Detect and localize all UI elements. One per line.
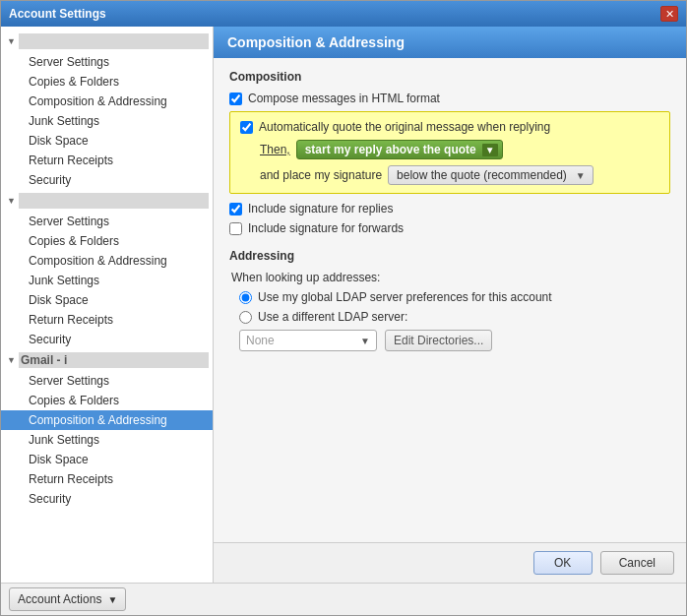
- account-actions-arrow-icon: ▼: [107, 594, 117, 605]
- sidebar-item-disk-2[interactable]: Disk Space: [1, 290, 213, 310]
- sidebar-item-copies-folders-2[interactable]: Copies & Folders: [1, 231, 213, 251]
- signature-placement-row: and place my signature below the quote (…: [240, 165, 659, 185]
- sidebar-group-gmail: ▼ Gmail - i Server Settings Copies & Fol…: [1, 349, 213, 509]
- sidebar-item-server-settings-3[interactable]: Server Settings: [1, 371, 213, 391]
- ok-button[interactable]: OK: [533, 551, 593, 575]
- addressing-section-title: Addressing: [229, 249, 670, 263]
- sidebar-item-copies-folders-1[interactable]: Copies & Folders: [1, 72, 213, 92]
- sidebar-group-1-label: [19, 33, 209, 49]
- sig-replies-row: Include signature for replies: [229, 202, 670, 216]
- sidebar-item-copies-folders-3[interactable]: Copies & Folders: [1, 391, 213, 410]
- window-title: Account Settings: [9, 7, 106, 21]
- ldap-server-dropdown[interactable]: None ▼: [239, 330, 377, 351]
- sidebar-item-security-3[interactable]: Security: [1, 489, 213, 509]
- sidebar-item-security-1[interactable]: Security: [1, 170, 213, 190]
- sidebar-item-receipts-1[interactable]: Return Receipts: [1, 151, 213, 170]
- chevron-down-icon-3: ▼: [7, 355, 16, 365]
- signature-placement-value: below the quote (recommended): [397, 168, 567, 182]
- sidebar-group-2-label: [19, 193, 209, 209]
- sig-replies-label: Include signature for replies: [248, 202, 393, 216]
- main-content: ▼ Server Settings Copies & Folders Compo…: [1, 27, 686, 583]
- compose-html-checkbox[interactable]: [229, 92, 242, 105]
- reply-position-dropdown[interactable]: start my reply above the quote ▼: [296, 140, 503, 159]
- sig-replies-checkbox[interactable]: [229, 203, 242, 216]
- sig-forwards-row: Include signature for forwards: [229, 221, 670, 235]
- title-bar: Account Settings ✕: [1, 1, 686, 27]
- auto-quote-checkbox[interactable]: [240, 121, 253, 134]
- panel-header: Composition & Addressing: [214, 27, 686, 58]
- global-ldap-radio[interactable]: [239, 291, 252, 304]
- different-ldap-row: Use a different LDAP server:: [229, 310, 670, 324]
- ldap-dropdown-arrow-icon: ▼: [360, 336, 370, 346]
- account-actions-button[interactable]: Account Actions ▼: [9, 587, 126, 611]
- ldap-server-row: None ▼ Edit Directories...: [229, 330, 670, 351]
- sidebar-item-junk-2[interactable]: Junk Settings: [1, 271, 213, 290]
- compose-html-label: Compose messages in HTML format: [248, 92, 440, 105]
- dropdown2-arrow-icon: ▼: [573, 169, 589, 182]
- auto-quote-label: Automatically quote the original message…: [259, 120, 550, 134]
- then-row: Then, start my reply above the quote ▼: [240, 140, 659, 159]
- close-button[interactable]: ✕: [660, 6, 678, 22]
- sidebar-item-disk-3[interactable]: Disk Space: [1, 450, 213, 469]
- sidebar-group-gmail-parent[interactable]: ▼ Gmail - i: [1, 349, 213, 371]
- global-ldap-label: Use my global LDAP server preferences fo…: [258, 290, 552, 304]
- sidebar-item-composition-3[interactable]: Composition & Addressing: [1, 410, 213, 430]
- sidebar-group-1: ▼ Server Settings Copies & Folders Compo…: [1, 31, 213, 190]
- chevron-down-icon: ▼: [7, 36, 16, 46]
- sidebar-item-disk-1[interactable]: Disk Space: [1, 131, 213, 151]
- and-place-label: and place my signature: [260, 168, 382, 182]
- sig-forwards-label: Include signature for forwards: [248, 221, 404, 235]
- sidebar-group-gmail-label: Gmail - i: [19, 352, 209, 368]
- reply-position-value: start my reply above the quote: [305, 143, 476, 156]
- cancel-button[interactable]: Cancel: [600, 551, 674, 575]
- auto-quote-row: Automatically quote the original message…: [240, 120, 659, 134]
- settings-panel: Composition & Addressing Composition Com…: [214, 27, 686, 583]
- chevron-down-icon-2: ▼: [7, 196, 16, 206]
- sidebar-group-2-parent[interactable]: ▼: [1, 190, 213, 212]
- sidebar-item-server-settings-2[interactable]: Server Settings: [1, 212, 213, 231]
- compose-html-row: Compose messages in HTML format: [229, 92, 670, 105]
- sidebar-item-server-settings-1[interactable]: Server Settings: [1, 52, 213, 72]
- sidebar: ▼ Server Settings Copies & Folders Compo…: [1, 27, 214, 583]
- sidebar-item-composition-1[interactable]: Composition & Addressing: [1, 92, 213, 111]
- sidebar-group-1-parent[interactable]: ▼: [1, 31, 213, 52]
- bottom-bar: Account Actions ▼: [1, 583, 686, 615]
- edit-directories-button[interactable]: Edit Directories...: [385, 330, 492, 351]
- footer: OK Cancel: [214, 542, 686, 583]
- different-ldap-label: Use a different LDAP server:: [258, 310, 407, 324]
- different-ldap-radio[interactable]: [239, 311, 252, 324]
- sig-forwards-checkbox[interactable]: [229, 222, 242, 235]
- addressing-description: When looking up addresses:: [229, 271, 670, 284]
- sidebar-item-security-2[interactable]: Security: [1, 330, 213, 349]
- then-label: Then,: [260, 143, 290, 156]
- account-actions-label: Account Actions: [18, 592, 101, 606]
- auto-quote-highlight-box: Automatically quote the original message…: [229, 111, 670, 194]
- global-ldap-row: Use my global LDAP server preferences fo…: [229, 290, 670, 304]
- sidebar-item-receipts-2[interactable]: Return Receipts: [1, 310, 213, 330]
- addressing-section: Addressing When looking up addresses: Us…: [229, 249, 670, 351]
- dropdown1-arrow-icon: ▼: [482, 144, 498, 156]
- sidebar-item-junk-1[interactable]: Junk Settings: [1, 111, 213, 131]
- ldap-server-value: None: [246, 334, 275, 347]
- sidebar-item-junk-3[interactable]: Junk Settings: [1, 430, 213, 450]
- sidebar-item-receipts-3[interactable]: Return Receipts: [1, 469, 213, 489]
- signature-placement-dropdown[interactable]: below the quote (recommended) ▼: [388, 165, 593, 185]
- sidebar-item-composition-2[interactable]: Composition & Addressing: [1, 251, 213, 271]
- panel-body: Composition Compose messages in HTML for…: [214, 58, 686, 542]
- sidebar-group-2: ▼ Server Settings Copies & Folders Compo…: [1, 190, 213, 349]
- account-settings-window: Account Settings ✕ ▼ Server Settings Cop…: [0, 0, 687, 616]
- composition-section-title: Composition: [229, 70, 670, 84]
